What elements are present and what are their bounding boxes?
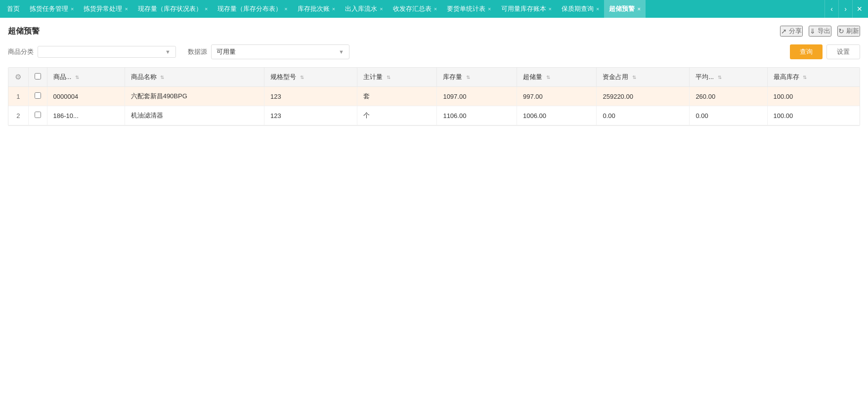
- row-checkbox-cell[interactable]: [28, 87, 47, 106]
- sort-avg-icon[interactable]: ⇅: [718, 75, 722, 80]
- row-capital-cell: 0.00: [597, 106, 690, 125]
- sort-name-icon[interactable]: ⇅: [160, 75, 164, 80]
- row-avg-cell: 260.00: [690, 87, 767, 106]
- nav-close-pick-exception[interactable]: ×: [125, 6, 128, 12]
- row-overflow-cell: 1006.00: [517, 106, 597, 125]
- nav-more-arrow[interactable]: ✕: [852, 0, 866, 18]
- category-dropdown-icon: ▼: [165, 49, 171, 55]
- row-stock-cell: 1106.00: [437, 106, 517, 125]
- nav-item-stock-dist[interactable]: 现存量（库存分布表） ×: [213, 0, 292, 18]
- sort-unit-icon[interactable]: ⇅: [387, 75, 391, 80]
- page-container: 超储预警 ➚ 分享 ⇓ 导出 ↻ 刷新 商品分类 ▼ 数据源: [0, 18, 868, 395]
- data-table: ⚙ 商品... ⇅ 商品名称 ⇅ 规格型号 ⇅: [8, 67, 860, 126]
- export-button[interactable]: ⇓ 导出: [809, 26, 831, 37]
- category-select[interactable]: ▼: [38, 46, 176, 58]
- nav-close-stock-status[interactable]: ×: [205, 6, 208, 12]
- nav-item-overstock[interactable]: 超储预警 ×: [604, 0, 645, 18]
- datasource-filter: 数据源 可用量 ▼: [188, 44, 349, 59]
- filter-row: 商品分类 ▼ 数据源 可用量 ▼ 查询 设置: [8, 44, 860, 59]
- sort-capital-icon[interactable]: ⇅: [632, 75, 636, 80]
- sort-stock-icon[interactable]: ⇅: [466, 75, 470, 80]
- row-unit-cell: 个: [357, 106, 437, 125]
- row-overflow-cell: 997.00: [517, 87, 597, 106]
- nav-item-batch[interactable]: 库存批次账 ×: [293, 0, 340, 18]
- datasource-select[interactable]: 可用量 ▼: [211, 44, 349, 59]
- nav-close-available[interactable]: ×: [549, 6, 552, 12]
- page-header: 超储预警 ➚ 分享 ⇓ 导出 ↻ 刷新: [8, 26, 860, 37]
- nav-prev-arrow[interactable]: ‹: [825, 0, 838, 18]
- nav-item-expiry[interactable]: 保质期查询 ×: [557, 0, 604, 18]
- col-name-header: 商品名称 ⇅: [125, 68, 264, 87]
- top-navigation: 首页 拣货任务管理 × 拣货异常处理 × 现存量（库存状况表） × 现存量（库存…: [0, 0, 868, 18]
- sort-code-icon[interactable]: ⇅: [75, 75, 79, 80]
- nav-close-requisition[interactable]: ×: [488, 6, 491, 12]
- export-icon: ⇓: [810, 27, 816, 35]
- nav-close-summary[interactable]: ×: [434, 6, 437, 12]
- row-spec-cell: 123: [264, 87, 357, 106]
- refresh-button[interactable]: ↻ 刷新: [837, 26, 860, 37]
- nav-close-batch[interactable]: ×: [332, 6, 335, 12]
- select-all-checkbox[interactable]: [35, 73, 41, 79]
- row-spec-cell: 123: [264, 106, 357, 125]
- nav-item-pick-exception[interactable]: 拣货异常处理 ×: [79, 0, 132, 18]
- row-stock-cell: 1097.00: [437, 87, 517, 106]
- filter-actions: 查询 设置: [790, 44, 860, 59]
- row-checkbox-0[interactable]: [35, 92, 41, 99]
- col-capital-header: 资金占用 ⇅: [597, 68, 690, 87]
- nav-next-arrow[interactable]: ›: [838, 0, 852, 18]
- row-code-cell: 186-10...: [47, 106, 125, 125]
- row-capital-cell: 259220.00: [597, 87, 690, 106]
- nav-item-summary[interactable]: 收发存汇总表 ×: [388, 0, 442, 18]
- table-settings-icon[interactable]: ⚙: [15, 73, 21, 81]
- header-actions: ➚ 分享 ⇓ 导出 ↻ 刷新: [780, 26, 860, 37]
- col-spec-header: 规格型号 ⇅: [264, 68, 357, 87]
- row-code-cell: 0000004: [47, 87, 125, 106]
- datasource-dropdown-icon: ▼: [339, 49, 344, 55]
- setting-button[interactable]: 设置: [826, 44, 860, 59]
- page-title: 超储预警: [8, 26, 40, 37]
- row-unit-cell: 套: [357, 87, 437, 106]
- row-maxstock-cell: 100.00: [767, 106, 860, 125]
- col-overflow-header: 超储量 ⇅: [517, 68, 597, 87]
- sort-maxstock-icon[interactable]: ⇅: [803, 75, 807, 80]
- nav-close-stock-dist[interactable]: ×: [284, 6, 287, 12]
- datasource-label: 数据源: [188, 47, 207, 56]
- nav-close-flow[interactable]: ×: [380, 6, 383, 12]
- query-button[interactable]: 查询: [790, 44, 823, 59]
- row-avg-cell: 0.00: [690, 106, 767, 125]
- col-checkbox-header: [28, 68, 47, 87]
- row-num-cell: 2: [8, 106, 28, 125]
- nav-close-overstock[interactable]: ×: [637, 6, 640, 12]
- nav-item-requisition[interactable]: 要货单统计表 ×: [442, 0, 496, 18]
- nav-item-home[interactable]: 首页: [2, 0, 25, 18]
- sort-overflow-icon[interactable]: ⇅: [546, 75, 550, 80]
- share-button[interactable]: ➚ 分享: [780, 26, 803, 37]
- table-row: 1 0000004 六配套新昌490BPG 123 套 1097.00 997.…: [8, 87, 860, 106]
- nav-item-pick-task[interactable]: 拣货任务管理 ×: [25, 0, 79, 18]
- row-maxstock-cell: 100.00: [767, 87, 860, 106]
- col-avg-header: 平均... ⇅: [690, 68, 767, 87]
- row-num-cell: 1: [8, 87, 28, 106]
- col-settings: ⚙: [8, 68, 28, 87]
- nav-close-expiry[interactable]: ×: [596, 6, 599, 12]
- row-name-cell: 六配套新昌490BPG: [125, 87, 264, 106]
- row-name-cell: 机油滤清器: [125, 106, 264, 125]
- col-unit-header: 主计量 ⇅: [357, 68, 437, 87]
- table-header-row: ⚙ 商品... ⇅ 商品名称 ⇅ 规格型号 ⇅: [8, 68, 860, 87]
- col-code-header: 商品... ⇅: [47, 68, 125, 87]
- row-checkbox-1[interactable]: [35, 112, 41, 118]
- nav-item-available[interactable]: 可用量库存账本 ×: [496, 0, 557, 18]
- col-stock-header: 库存量 ⇅: [437, 68, 517, 87]
- table-row: 2 186-10... 机油滤清器 123 个 1106.00 1006.00 …: [8, 106, 860, 125]
- row-checkbox-cell[interactable]: [28, 106, 47, 125]
- nav-item-flow[interactable]: 出入库流水 ×: [340, 0, 388, 18]
- category-filter: 商品分类 ▼: [8, 46, 176, 58]
- refresh-icon: ↻: [838, 27, 844, 35]
- nav-item-stock-status[interactable]: 现存量（库存状况表） ×: [133, 0, 213, 18]
- category-label: 商品分类: [8, 47, 34, 56]
- nav-close-pick-task[interactable]: ×: [71, 6, 74, 12]
- datasource-select-value: 可用量: [217, 47, 236, 56]
- sort-spec-icon[interactable]: ⇅: [300, 75, 304, 80]
- col-maxstock-header: 最高库存 ⇅: [767, 68, 860, 87]
- nav-arrows: ‹ › ✕: [825, 0, 866, 18]
